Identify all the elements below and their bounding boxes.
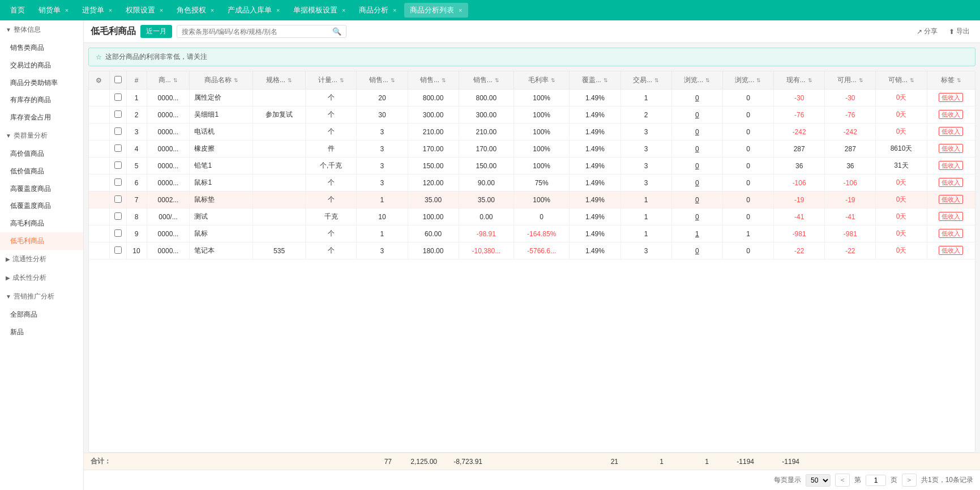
col-header-trade[interactable]: 交易...⇅ <box>620 71 671 90</box>
per-page-select[interactable]: 50 <box>806 474 831 487</box>
sidebar-group-circulation[interactable]: ▶ 流通性分析 <box>0 250 83 269</box>
col-header-unit[interactable]: 计量...⇅ <box>306 71 357 90</box>
close-sales-order-icon[interactable]: × <box>65 7 69 14</box>
row-checkbox-0[interactable] <box>114 93 122 101</box>
sidebar-group-overall[interactable]: ▼ 整体信息 <box>0 20 83 39</box>
tag-badge: 低收入 <box>939 144 963 153</box>
cell-browse1[interactable]: 0 <box>671 90 722 106</box>
cell-browse1[interactable]: 0 <box>671 242 722 259</box>
sidebar-item-capital[interactable]: 库存资金占用 <box>0 109 83 126</box>
sidebar-item-new-products[interactable]: 新品 <box>0 323 83 341</box>
cell-check[interactable] <box>109 208 126 225</box>
cell-browse1[interactable]: 0 <box>671 191 722 208</box>
col-header-sales-profit[interactable]: 销售...⇅ <box>459 71 513 90</box>
cell-check[interactable] <box>109 242 126 259</box>
nav-permission-settings[interactable]: 权限设置 × <box>120 3 169 18</box>
share-button[interactable]: ↗ 分享 <box>913 25 941 38</box>
prev-page-button[interactable]: ＜ <box>835 474 850 487</box>
row-checkbox-7[interactable] <box>114 212 122 220</box>
sidebar-item-low-value[interactable]: 低价值商品 <box>0 163 83 180</box>
cell-settings <box>89 208 109 225</box>
sidebar-group-marketing[interactable]: ▼ 营销推广分析 <box>0 287 83 306</box>
col-header-check[interactable] <box>109 71 126 90</box>
col-header-spec[interactable]: 规格...⇅ <box>253 71 305 90</box>
nav-role-auth[interactable]: 角色授权 × <box>171 3 220 18</box>
nav-product-analysis[interactable]: 商品分析 × <box>353 3 402 18</box>
row-checkbox-3[interactable] <box>114 144 122 152</box>
cell-gross-rate: 100% <box>514 191 570 208</box>
nav-template-settings[interactable]: 单据模板设置 × <box>288 3 351 18</box>
search-box[interactable]: 🔍 <box>177 25 346 38</box>
row-checkbox-5[interactable] <box>114 178 122 186</box>
cell-browse1[interactable]: 1 <box>671 225 722 242</box>
cell-saleable: 0天 <box>876 191 927 208</box>
cell-browse1[interactable]: 0 <box>671 123 722 140</box>
col-header-sales-price[interactable]: 销售...⇅ <box>408 71 459 90</box>
cell-sales-price: 60.00 <box>408 225 459 242</box>
page-number-input[interactable] <box>866 475 886 486</box>
sidebar-item-low-coverage[interactable]: 低覆盖度商品 <box>0 197 83 215</box>
row-checkbox-8[interactable] <box>114 229 122 237</box>
close-analysis-icon[interactable]: × <box>393 7 396 14</box>
cell-spec <box>253 208 305 225</box>
col-header-coverage[interactable]: 覆盖...⇅ <box>570 71 620 90</box>
col-header-sales-qty[interactable]: 销售...⇅ <box>357 71 408 90</box>
row-checkbox-1[interactable] <box>114 110 122 118</box>
row-checkbox-6[interactable] <box>114 195 122 203</box>
sidebar-item-in-stock[interactable]: 有库存的商品 <box>0 91 83 109</box>
cell-browse1[interactable]: 0 <box>671 157 722 174</box>
row-checkbox-4[interactable] <box>114 161 122 169</box>
row-checkbox-9[interactable] <box>114 246 122 254</box>
col-header-name[interactable]: 商品名称⇅ <box>190 71 253 90</box>
cell-check[interactable] <box>109 225 126 242</box>
cell-check[interactable] <box>109 90 126 106</box>
row-checkbox-2[interactable] <box>114 127 122 135</box>
col-header-current[interactable]: 现有...⇅ <box>774 71 825 90</box>
sidebar-group-growth[interactable]: ▶ 成长性分析 <box>0 269 83 287</box>
cell-check[interactable] <box>109 106 126 123</box>
cell-browse1[interactable]: 0 <box>671 140 722 157</box>
nav-product-inbound[interactable]: 产成品入库单 × <box>222 3 285 18</box>
cell-check[interactable] <box>109 174 126 191</box>
col-header-gross-rate[interactable]: 毛利率⇅ <box>514 71 570 90</box>
col-header-tag[interactable]: 标签⇅ <box>927 71 975 90</box>
col-header-saleable[interactable]: 可销...⇅ <box>876 71 927 90</box>
close-purchase-order-icon[interactable]: × <box>109 7 112 14</box>
sidebar-item-category-rate[interactable]: 商品分类助销率 <box>0 74 83 92</box>
select-all-checkbox[interactable] <box>114 76 122 83</box>
sidebar-group-cluster[interactable]: ▼ 类群量分析 <box>0 126 83 145</box>
cell-browse1[interactable]: 0 <box>671 106 722 123</box>
col-header-code[interactable]: 商...⇅ <box>147 71 190 90</box>
col-header-available[interactable]: 可用...⇅ <box>825 71 876 90</box>
close-role-icon[interactable]: × <box>211 7 214 14</box>
cell-settings <box>89 225 109 242</box>
cell-check[interactable] <box>109 140 126 157</box>
nav-home[interactable]: 首页 <box>5 3 31 18</box>
sidebar-item-high-value[interactable]: 高价值商品 <box>0 145 83 163</box>
search-input[interactable] <box>182 28 332 36</box>
nav-sales-order[interactable]: 销货单 × <box>33 3 74 18</box>
sidebar-item-high-coverage[interactable]: 高覆盖度商品 <box>0 180 83 198</box>
close-permission-icon[interactable]: × <box>160 7 163 14</box>
sidebar-item-sales-products[interactable]: 销售类商品 <box>0 39 83 57</box>
sidebar-item-high-margin[interactable]: 高毛利商品 <box>0 215 83 232</box>
cell-browse1[interactable]: 0 <box>671 174 722 191</box>
export-button[interactable]: ⬆ 导出 <box>945 25 973 38</box>
next-page-button[interactable]: ＞ <box>902 474 917 487</box>
close-template-icon[interactable]: × <box>342 7 345 14</box>
cell-check[interactable] <box>109 123 126 140</box>
col-header-browse1[interactable]: 浏览...⇅ <box>671 71 722 90</box>
close-product-icon[interactable]: × <box>276 7 280 14</box>
time-filter-button[interactable]: 近一月 <box>140 25 172 38</box>
sidebar-item-low-margin[interactable]: 低毛利商品 <box>0 232 83 250</box>
cell-browse1[interactable]: 0 <box>671 208 722 225</box>
close-analysis-list-icon[interactable]: × <box>459 7 462 14</box>
col-header-settings[interactable]: ⚙ <box>89 71 109 90</box>
col-header-browse2[interactable]: 浏览...⇅ <box>722 71 773 90</box>
nav-product-analysis-list[interactable]: 商品分析列表 × <box>404 3 468 18</box>
cell-check[interactable] <box>109 157 126 174</box>
sidebar-item-all-products[interactable]: 全部商品 <box>0 306 83 323</box>
sidebar-item-traded-products[interactable]: 交易过的商品 <box>0 57 83 74</box>
cell-check[interactable] <box>109 191 126 208</box>
nav-purchase-order[interactable]: 进货单 × <box>76 3 118 18</box>
